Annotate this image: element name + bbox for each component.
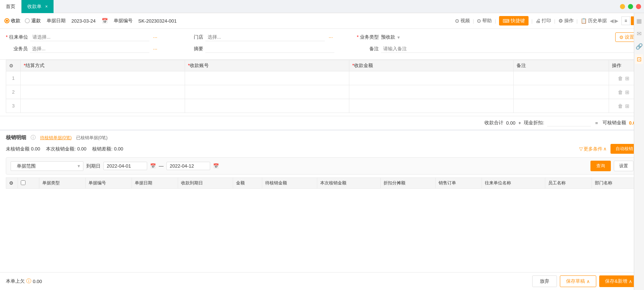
- required-star-1: *: [6, 34, 8, 40]
- sep1: |: [473, 18, 474, 24]
- sidebar-table-icon[interactable]: ▦: [635, 16, 643, 26]
- date-to-input[interactable]: [166, 162, 210, 170]
- print-button[interactable]: 🖨 打印: [535, 17, 551, 24]
- query-button[interactable]: 查询: [590, 161, 611, 171]
- more-conditions-label: 更多条件: [584, 146, 602, 152]
- video-button[interactable]: ⊙ 视频: [455, 17, 470, 24]
- copy-icon-3[interactable]: ⊞: [625, 103, 629, 109]
- dept-th: 部门名称: [592, 178, 638, 189]
- diff-label: 核销差额:: [92, 146, 113, 152]
- copy-icon-1[interactable]: ⊞: [625, 75, 629, 81]
- amount-cell-3[interactable]: [349, 99, 514, 113]
- remark-input[interactable]: [381, 45, 638, 53]
- bill-info-icon[interactable]: ⓘ: [26, 278, 31, 285]
- summary-input[interactable]: [205, 45, 334, 53]
- store-input[interactable]: [205, 33, 325, 41]
- remark-cell-3[interactable]: [514, 99, 609, 113]
- range-select[interactable]: 单据范围 ▾: [11, 161, 83, 171]
- history-button[interactable]: 📋 历史单据: [581, 17, 607, 24]
- business-type-dropdown[interactable]: ▾: [397, 35, 400, 40]
- footer-buttons: 放弃 保存草稿 ∧ 保存&新增 ∧: [532, 275, 638, 287]
- tab-home[interactable]: 首页: [0, 0, 21, 13]
- done-tab[interactable]: 已核销单据(0笔): [76, 135, 108, 141]
- row-num-1: 1: [6, 71, 21, 85]
- date-label: 单据日期: [47, 17, 66, 24]
- save-draft-button[interactable]: 保存草稿 ∧: [560, 275, 596, 287]
- delete-icon-3[interactable]: 🗑: [618, 103, 623, 109]
- unverified-value: 0.00: [31, 146, 40, 152]
- store-label: 门店: [181, 34, 203, 40]
- account-cell-2[interactable]: [185, 85, 349, 99]
- verify-table-header: ⚙ 单据类型 单据编号 单据日期 收款到期日 金额 待核销金额 本次核销金额 折…: [6, 178, 638, 189]
- setting-button-2[interactable]: 设置: [614, 161, 633, 171]
- save-new-label: 保存&新增: [605, 278, 627, 285]
- date-from-input[interactable]: [103, 162, 147, 170]
- table-gear-icon[interactable]: ⚙: [9, 63, 13, 68]
- date-to-icon[interactable]: 📅: [213, 163, 219, 169]
- more-conditions-link[interactable]: ▽ 更多条件 ∧: [579, 146, 607, 152]
- abandon-button[interactable]: 放弃: [532, 275, 557, 287]
- current-label: 本次核销金额:: [46, 146, 76, 152]
- amount-th: *收款金额: [349, 60, 514, 71]
- settlement-cell-1[interactable]: [21, 71, 185, 85]
- employee-th: 员工名称: [545, 178, 592, 189]
- delete-icon-2[interactable]: 🗑: [618, 89, 623, 95]
- settings-label: 设置: [625, 34, 634, 40]
- tab-active[interactable]: 收款单 ×: [21, 0, 54, 13]
- date-calendar-icon[interactable]: 📅: [102, 18, 108, 24]
- amount-cell-2[interactable]: [349, 85, 514, 99]
- maximize-button[interactable]: [628, 4, 633, 9]
- table-row: 3 🗑 ⊞: [6, 99, 638, 113]
- pending-tab[interactable]: 待核销单据(0笔): [40, 135, 72, 141]
- tab-close-icon[interactable]: ×: [45, 4, 48, 9]
- close-button[interactable]: [636, 4, 641, 9]
- next-arrow[interactable]: ▶: [614, 18, 619, 24]
- sidebar-mail-icon[interactable]: ✉: [635, 29, 643, 39]
- business-type-label: * 业务类型: [357, 34, 379, 40]
- row-num-2: 2: [6, 85, 21, 99]
- settlement-cell-2[interactable]: [21, 85, 185, 99]
- account-cell-3[interactable]: [185, 99, 349, 113]
- radio-receipt-label: 收款: [11, 17, 20, 24]
- counterpart-input[interactable]: [30, 33, 150, 41]
- save-new-button[interactable]: 保存&新增 ∧: [599, 275, 638, 287]
- store-more-icon[interactable]: ···: [327, 34, 334, 40]
- gear-th[interactable]: ⚙: [6, 60, 21, 71]
- salesperson-input[interactable]: [30, 45, 149, 53]
- select-all-checkbox[interactable]: [21, 180, 25, 185]
- table-section: ⚙ *结算方式 *收款账号 *收款金额 备注 操作: [0, 60, 644, 116]
- sidebar-expand-icon[interactable]: ⊡: [635, 54, 643, 64]
- layout-icon-list[interactable]: ≡: [621, 16, 630, 25]
- chevron-up-icon: ∧: [603, 146, 607, 152]
- discount-label: 现金折扣:: [524, 119, 544, 126]
- settlement-cell-3[interactable]: [21, 99, 185, 113]
- discount-input[interactable]: [547, 119, 591, 126]
- help-button[interactable]: ⊙ 帮助: [477, 17, 492, 24]
- date-range-row: 单据范围 ▾ 到期日 📅 — 📅 查询 设置: [6, 157, 638, 175]
- tab-bar-right: [620, 4, 644, 9]
- counterpart-more-icon[interactable]: ···: [152, 34, 159, 40]
- history-label: 历史单据: [588, 17, 607, 24]
- remark-cell-2[interactable]: [514, 85, 609, 99]
- sidebar-link-icon[interactable]: 🔗: [634, 42, 644, 51]
- salesperson-more-icon[interactable]: ···: [152, 46, 159, 52]
- operation-button[interactable]: ⚙ 操作: [558, 17, 574, 24]
- minimize-button[interactable]: [620, 4, 625, 9]
- date-from-icon[interactable]: 📅: [150, 163, 156, 169]
- amount-cell-1[interactable]: [349, 71, 514, 85]
- sep5: |: [577, 18, 578, 24]
- delete-icon-1[interactable]: 🗑: [618, 75, 623, 81]
- right-sidebar: ▦ ✉ 🔗 ⊡: [634, 13, 644, 290]
- settings-gear-icon: ⚙: [619, 35, 624, 40]
- prev-arrow[interactable]: ◀: [610, 18, 614, 24]
- radio-receipt[interactable]: 收款: [4, 17, 20, 24]
- shortcut-button[interactable]: ⌨ 快捷键: [499, 16, 529, 26]
- sep2: |: [495, 18, 496, 24]
- verify-info-icon[interactable]: ⓘ: [31, 134, 36, 141]
- copy-icon-2[interactable]: ⊞: [625, 89, 629, 95]
- gear-icon-bottom[interactable]: ⚙: [9, 180, 13, 186]
- account-cell-1[interactable]: [185, 71, 349, 85]
- remark-cell-1[interactable]: [514, 71, 609, 85]
- number-value: SK-20230324-001: [138, 18, 177, 24]
- radio-refund[interactable]: 退款: [25, 17, 41, 24]
